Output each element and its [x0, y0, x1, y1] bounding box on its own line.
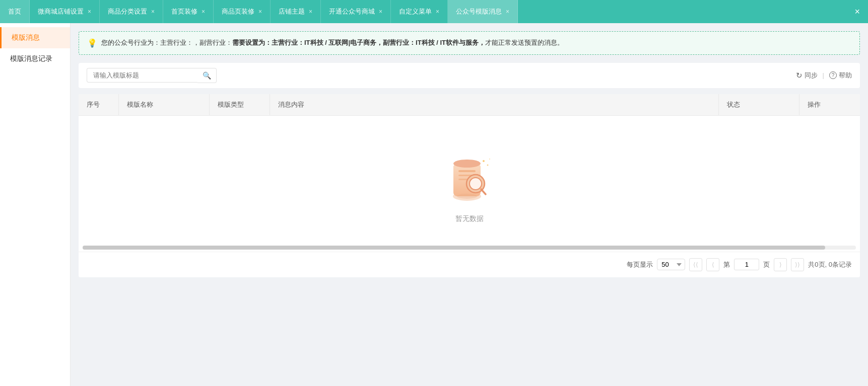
close-micro-shop-icon[interactable]: ×	[88, 8, 91, 15]
svg-point-12	[487, 164, 488, 166]
table-header: 序号 模版名称 模版类型 消息内容 状态 操作	[79, 94, 860, 116]
svg-point-8	[470, 178, 482, 190]
nav-tab-home-label: 首页	[8, 7, 21, 16]
svg-point-13	[489, 159, 490, 160]
th-content: 消息内容	[270, 94, 719, 115]
th-action: 操作	[799, 94, 860, 115]
sidebar-item-template-record-label: 模版消息记录	[10, 54, 52, 62]
close-home-decor-icon[interactable]: ×	[202, 8, 205, 15]
nav-tab-open-mall[interactable]: 开通公众号商城 ×	[321, 0, 391, 23]
close-shop-theme-icon[interactable]: ×	[309, 8, 312, 15]
th-name: 模版名称	[119, 94, 210, 115]
th-status: 状态	[719, 94, 799, 115]
first-page-button[interactable]: ⟨⟨	[689, 258, 702, 271]
sync-icon: ↻	[796, 71, 803, 80]
empty-state: 暂无数据	[79, 116, 860, 244]
sidebar-item-template-message-label: 模版消息	[12, 33, 40, 41]
search-icon: 🔍	[203, 71, 211, 80]
nav-tab-custom-menu[interactable]: 自定义菜单 ×	[391, 0, 448, 23]
nav-tab-micro-shop[interactable]: 微商城店铺设置 ×	[30, 0, 100, 23]
nav-tab-shop-theme-label: 店铺主题	[279, 7, 305, 16]
nav-tab-custom-menu-label: 自定义菜单	[399, 7, 432, 16]
nav-tab-product-page-label: 商品页装修	[222, 7, 254, 16]
svg-point-10	[457, 194, 477, 199]
notice-banner: 💡 您的公众号行业为：主营行业：，副营行业：需要设置为：主营行业：IT科技 / …	[79, 31, 860, 55]
empty-illustration	[439, 146, 500, 206]
next-page-button[interactable]: ⟩	[774, 258, 787, 271]
nav-tab-open-mall-label: 开通公众号商城	[329, 7, 375, 16]
content-area: 💡 您的公众号行业为：主营行业：，副营行业：需要设置为：主营行业：IT科技 / …	[71, 23, 868, 386]
sync-label: 同步	[805, 71, 818, 80]
close-template-msg-icon[interactable]: ×	[506, 8, 509, 15]
current-page-input[interactable]	[734, 259, 759, 270]
svg-point-11	[483, 160, 485, 162]
last-page-button[interactable]: ⟩⟩	[791, 258, 804, 271]
total-info: 共0页, 0条记录	[808, 260, 852, 269]
page-di-label: 第	[723, 260, 730, 269]
help-circle-icon: ?	[829, 71, 837, 79]
notice-prefix: 您的公众号行业为：主营行业：，副营行业：	[101, 39, 232, 46]
nav-tab-shop-theme[interactable]: 店铺主题 ×	[271, 0, 321, 23]
page-size-select[interactable]: 50 10 20 100	[657, 259, 685, 270]
nav-tab-micro-shop-label: 微商城店铺设置	[38, 7, 84, 16]
svg-line-9	[481, 189, 486, 194]
empty-text: 暂无数据	[455, 214, 484, 223]
nav-tab-template-msg-label: 公众号模版消息	[456, 7, 502, 16]
close-custom-menu-icon[interactable]: ×	[436, 8, 439, 15]
sidebar-item-template-message[interactable]: 模版消息	[0, 27, 70, 48]
svg-point-3	[453, 160, 481, 168]
sidebar: 模版消息 模版消息记录	[0, 23, 71, 386]
close-open-mall-icon[interactable]: ×	[379, 8, 382, 15]
search-input[interactable]	[87, 68, 197, 83]
prev-page-button[interactable]: ⟨	[706, 258, 719, 271]
main-layout: 模版消息 模版消息记录 💡 您的公众号行业为：主营行业：，副营行业：需要设置为：…	[0, 23, 868, 386]
close-all-button[interactable]: ×	[846, 0, 868, 23]
top-nav: 首页 微商城店铺设置 × 商品分类设置 × 首页装修 × 商品页装修 × 店铺主…	[0, 0, 868, 23]
scrollbar-thumb[interactable]	[83, 246, 825, 250]
notice-text: 您的公众号行业为：主营行业：，副营行业：需要设置为：主营行业：IT科技 / 互联…	[101, 38, 564, 48]
search-left: 🔍	[87, 68, 217, 83]
toolbar-right: ↻ 同步 | ? 帮助	[796, 71, 852, 80]
table-wrapper: 序号 模版名称 模版类型 消息内容 状态 操作	[79, 94, 860, 277]
toolbar-divider: |	[823, 71, 824, 79]
sidebar-item-template-record[interactable]: 模版消息记录	[0, 48, 70, 69]
notice-suffix: 才能正常发送预置的消息。	[485, 39, 564, 46]
pagination: 每页显示 50 10 20 100 ⟨⟨ ⟨ 第 页 ⟩ ⟩⟩ 共0页, 0条记…	[79, 252, 860, 277]
sync-button[interactable]: ↻ 同步	[796, 71, 818, 80]
svg-rect-4	[458, 170, 476, 172]
help-button[interactable]: ? 帮助	[829, 71, 852, 80]
nav-tab-template-msg[interactable]: 公众号模版消息 ×	[448, 0, 518, 23]
close-product-category-icon[interactable]: ×	[151, 8, 155, 15]
notice-icon: 💡	[87, 38, 97, 48]
help-label: 帮助	[839, 71, 852, 80]
nav-tab-product-page[interactable]: 商品页装修 ×	[214, 0, 271, 23]
search-button[interactable]: 🔍	[197, 68, 217, 83]
nav-tab-product-category-label: 商品分类设置	[108, 7, 147, 16]
nav-tab-home-decor-label: 首页装修	[171, 7, 197, 16]
nav-tab-home[interactable]: 首页	[0, 0, 30, 23]
page-label: 页	[763, 260, 770, 269]
notice-highlight: 需要设置为：主营行业：IT科技 / 互联网|电子商务，副营行业：IT科技 / I…	[232, 39, 485, 46]
horizontal-scrollbar[interactable]	[79, 244, 860, 252]
close-product-page-icon[interactable]: ×	[258, 8, 262, 15]
nav-tab-product-category[interactable]: 商品分类设置 ×	[100, 0, 163, 23]
page-size-label: 每页显示	[627, 260, 653, 269]
scrollbar-track	[83, 246, 856, 250]
search-bar: 🔍 ↻ 同步 | ? 帮助	[79, 63, 860, 88]
th-index: 序号	[79, 94, 119, 115]
th-type: 模版类型	[210, 94, 270, 115]
nav-tab-home-decor[interactable]: 首页装修 ×	[163, 0, 214, 23]
